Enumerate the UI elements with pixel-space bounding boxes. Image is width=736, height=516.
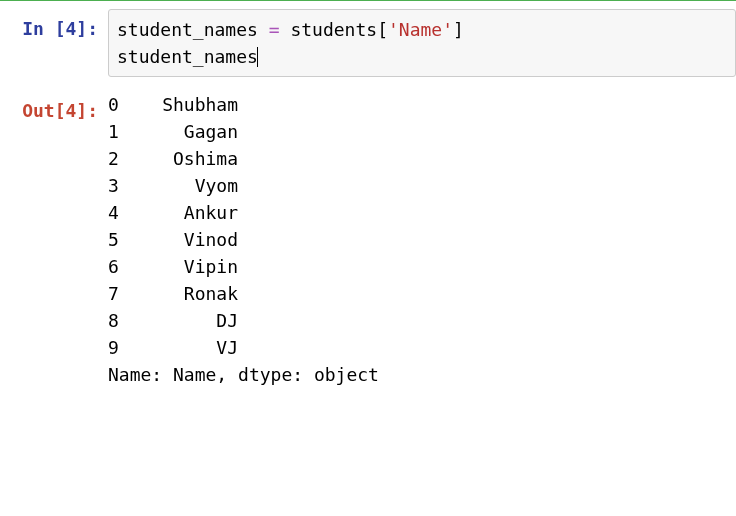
output-row: 6 Vipin <box>108 253 736 280</box>
token-var: students <box>290 19 377 40</box>
token-bracket: [ <box>377 19 388 40</box>
output-row: 3 Vyom <box>108 172 736 199</box>
output-cell: Out[4]: 0 Shubham1 Gagan2 Oshima3 Vyom4 … <box>0 85 736 400</box>
output-footer: Name: Name, dtype: object <box>108 361 736 388</box>
token-var: student_names <box>117 19 258 40</box>
out-prompt: Out[4]: <box>0 91 108 124</box>
token-bracket: ] <box>453 19 464 40</box>
text-cursor <box>257 47 258 67</box>
token-operator: = <box>269 19 280 40</box>
token-string-quote: ' <box>442 19 453 40</box>
input-cell: In [4]: student_names = students['Name']… <box>0 0 736 85</box>
output-row: 2 Oshima <box>108 145 736 172</box>
code-input[interactable]: student_names = students['Name'] student… <box>108 9 736 77</box>
in-prompt: In [4]: <box>0 9 108 42</box>
token-string: Name <box>399 19 442 40</box>
code-line-1: student_names = students['Name'] <box>117 16 727 43</box>
token-var: student_names <box>117 46 258 67</box>
output-row: 5 Vinod <box>108 226 736 253</box>
code-line-2: student_names <box>117 43 727 70</box>
output-row: 4 Ankur <box>108 199 736 226</box>
output-row: 7 Ronak <box>108 280 736 307</box>
token-string-quote: ' <box>388 19 399 40</box>
output-row: 1 Gagan <box>108 118 736 145</box>
output-text: 0 Shubham1 Gagan2 Oshima3 Vyom4 Ankur5 V… <box>108 91 736 388</box>
output-row: 8 DJ <box>108 307 736 334</box>
output-row: 9 VJ <box>108 334 736 361</box>
output-row: 0 Shubham <box>108 91 736 118</box>
